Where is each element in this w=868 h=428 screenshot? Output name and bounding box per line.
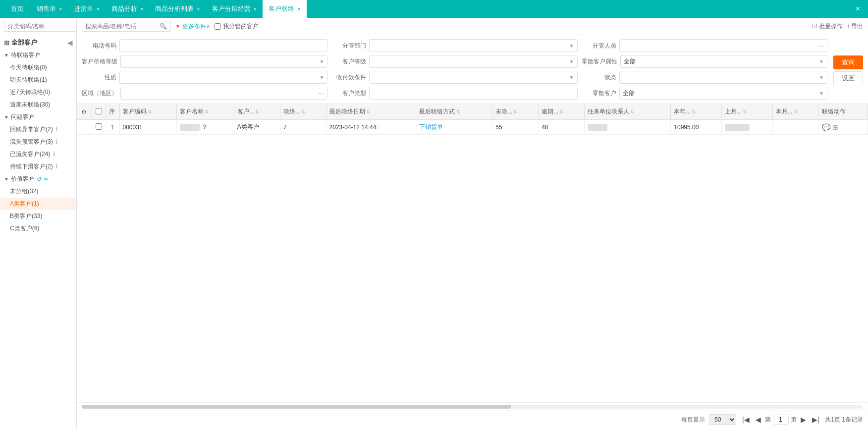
filter-nature-select[interactable]: ▼ bbox=[119, 71, 327, 84]
filter-row-2: 客户价格等级 ▼ 客户等级 ▼ 零散客户属性 bbox=[82, 55, 827, 68]
sidebar-item-class-c[interactable]: C类客户(6) bbox=[0, 222, 76, 235]
td-not-contacted: 55 bbox=[492, 120, 539, 135]
close-product-analysis-list-icon[interactable]: × bbox=[197, 6, 200, 12]
sidebar-item-repurchase-abnormal[interactable]: 回购异常客户(2) ℹ bbox=[0, 123, 76, 136]
filter-manager-select[interactable]: ··· bbox=[619, 39, 827, 52]
last-page-btn[interactable]: ▶| bbox=[810, 415, 821, 425]
row-checkbox[interactable] bbox=[96, 123, 102, 130]
my-customer-checkbox[interactable] bbox=[215, 23, 221, 30]
qr-action-icon[interactable]: ⊞ bbox=[832, 123, 838, 131]
sidebar-item-ungroup[interactable]: 未分组(32) bbox=[0, 185, 76, 198]
sidebar-item-overdue[interactable]: 逾期未联络(30) bbox=[0, 99, 76, 111]
last-contact-method-link[interactable]: 下销货单 bbox=[419, 123, 443, 130]
nav-purchase[interactable]: 进货单 × bbox=[68, 0, 105, 18]
filter-price-level-select[interactable]: ▼ bbox=[120, 55, 327, 68]
filter-chevron-icon: ∧ bbox=[206, 23, 211, 30]
select-all-checkbox[interactable] bbox=[96, 108, 102, 114]
scrollbar-track[interactable] bbox=[82, 405, 863, 409]
collapse-sidebar-icon[interactable]: ◀ bbox=[67, 39, 72, 47]
info-icon-2: ℹ bbox=[55, 138, 58, 145]
td-last-month bbox=[722, 120, 773, 135]
td-last-contact-date: 2023-04-12 14:44: bbox=[326, 120, 416, 135]
first-page-btn[interactable]: |◀ bbox=[740, 415, 752, 425]
filter-customer-level-select[interactable]: ▼ bbox=[369, 55, 577, 68]
filter-customer-type-input[interactable] bbox=[369, 87, 577, 100]
scrollbar-thumb[interactable] bbox=[82, 405, 511, 409]
td-current-year: 10995.00 bbox=[671, 120, 722, 135]
sidebar-item-declining[interactable]: 持续下滑客户(2) ℹ bbox=[0, 160, 76, 173]
page-size-select[interactable]: 50 100 200 bbox=[709, 414, 736, 425]
sort-contact-icon[interactable]: ⇅ bbox=[301, 109, 305, 114]
sort-code-icon[interactable]: ⇅ bbox=[148, 109, 152, 114]
sidebar-group-pending[interactable]: ▼ 待联络客户 bbox=[0, 49, 76, 61]
filter-payment-select[interactable]: ▼ bbox=[369, 71, 577, 84]
sort-last-date-icon[interactable]: ⇅ bbox=[366, 109, 370, 114]
sort-month-icon[interactable]: ⇅ bbox=[794, 109, 798, 114]
info-icon-3: ℹ bbox=[53, 151, 55, 158]
nav-customer-segment[interactable]: 客户分层经营 × bbox=[206, 0, 263, 18]
content-area: 🔍 ▼ 更多条件 ∧ 我分管的客户 ☑ 批量操作 ↑ 导出 bbox=[77, 18, 868, 428]
page-number-input[interactable] bbox=[773, 415, 789, 425]
filter-scatter-customer: 零散客户 全部▼ bbox=[582, 87, 827, 100]
nav-product-analysis[interactable]: 商品分析 × bbox=[106, 0, 149, 18]
td-index: 1 bbox=[106, 120, 119, 135]
page-navigation: |◀ ◀ 第 页 ▶ ▶| bbox=[740, 415, 821, 425]
window-close-icon[interactable]: × bbox=[852, 4, 864, 13]
sort-not-contacted-icon[interactable]: ⇅ bbox=[513, 109, 517, 114]
nav-sales[interactable]: 销售单 × bbox=[31, 0, 68, 18]
close-customer-contact-icon[interactable]: × bbox=[297, 6, 300, 12]
edit-group-icon[interactable]: ✏ bbox=[44, 176, 49, 183]
sort-name-icon[interactable]: ⇅ bbox=[205, 109, 209, 114]
filter-phone-input[interactable] bbox=[119, 39, 327, 52]
query-button[interactable]: 查询 bbox=[833, 55, 863, 69]
gear-icon[interactable]: ⚙ bbox=[81, 108, 87, 115]
message-action-icon[interactable]: 💬 bbox=[822, 123, 830, 131]
toolbar-search-input[interactable] bbox=[85, 23, 160, 30]
horizontal-scrollbar[interactable] bbox=[77, 402, 868, 411]
sidebar-group-problem[interactable]: ▼ 问题客户 bbox=[0, 111, 76, 123]
filter-region-select[interactable]: ··· bbox=[120, 87, 327, 100]
batch-operation-btn[interactable]: ☑ 批量操作 bbox=[812, 22, 843, 31]
settings-button[interactable]: 设置 bbox=[833, 71, 863, 85]
sort-method-icon[interactable]: ⇅ bbox=[456, 109, 460, 114]
sort-type-icon[interactable]: ⇅ bbox=[255, 109, 259, 114]
filter-dept-select[interactable]: ▼ bbox=[369, 39, 577, 52]
export-btn[interactable]: ↑ 导出 bbox=[847, 22, 863, 31]
nav-home[interactable]: 首页 bbox=[4, 0, 31, 18]
sidebar-item-class-b[interactable]: B类客户(33) bbox=[0, 210, 76, 222]
sort-year-icon[interactable]: ⇅ bbox=[692, 109, 696, 114]
sort-overdue-icon[interactable]: ⇅ bbox=[559, 109, 563, 114]
nav-customer-contact[interactable]: 客户联络 × bbox=[263, 0, 306, 18]
close-purchase-icon[interactable]: × bbox=[96, 6, 99, 12]
sort-last-month-icon[interactable]: ⇅ bbox=[743, 109, 747, 114]
filter-scatter-attr-select[interactable]: 全部▼ bbox=[620, 55, 827, 68]
sidebar-item-tomorrow[interactable]: 明天待联络(1) bbox=[0, 74, 76, 86]
payment-chevron-icon: ▼ bbox=[569, 75, 574, 80]
close-product-analysis-icon[interactable]: × bbox=[140, 6, 143, 12]
th-contact-count: 联络... ⇅ bbox=[280, 104, 326, 120]
close-sales-icon[interactable]: × bbox=[59, 6, 62, 12]
export-icon: ↑ bbox=[847, 23, 850, 30]
filter-scatter-customer-select[interactable]: 全部▼ bbox=[619, 87, 827, 100]
sidebar-search-input[interactable] bbox=[4, 21, 77, 32]
action-icons: 💬 ⊞ bbox=[822, 123, 865, 131]
prev-page-btn[interactable]: ◀ bbox=[754, 415, 763, 425]
filter-more-btn[interactable]: ▼ 更多条件 ∧ bbox=[175, 22, 211, 31]
sidebar-item-today[interactable]: 今天待联络(0) bbox=[0, 61, 76, 74]
filter-panel: 电话号码 分管部门 ▼ 分管人员 ··· bbox=[77, 35, 868, 104]
filter-status-select[interactable]: ▼ bbox=[619, 71, 827, 84]
sidebar-item-class-a[interactable]: A类客户(1) bbox=[0, 198, 76, 210]
sidebar-item-loss-warning[interactable]: 流失预警客户(3) ℹ bbox=[0, 136, 76, 148]
toolbar-search-icon[interactable]: 🔍 bbox=[160, 23, 167, 30]
my-customer-checkbox-label[interactable]: 我分管的客户 bbox=[215, 22, 259, 31]
sidebar-item-lost[interactable]: 已流失客户(24) ℹ bbox=[0, 148, 76, 160]
sidebar-item-7days[interactable]: 近7天待联络(0) bbox=[0, 86, 76, 99]
sidebar-all-customers-header[interactable]: ⊞ 全部客户 ◀ bbox=[0, 35, 76, 49]
sort-unit-contact-icon[interactable]: ⇅ bbox=[630, 109, 634, 114]
refresh-icon[interactable]: ↺ bbox=[37, 176, 42, 183]
sidebar-group-value[interactable]: ▼ 价值客户 ↺ ✏ bbox=[0, 173, 76, 185]
close-customer-segment-icon[interactable]: × bbox=[254, 6, 257, 12]
next-page-btn[interactable]: ▶ bbox=[799, 415, 808, 425]
filter-icon: ▼ bbox=[175, 23, 181, 30]
nav-product-analysis-list[interactable]: 商品分析列表 × bbox=[149, 0, 206, 18]
